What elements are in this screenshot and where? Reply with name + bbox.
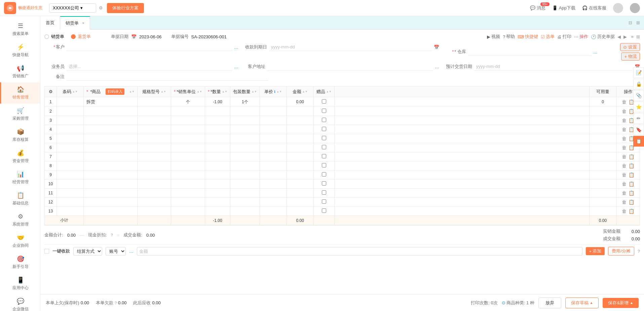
list-view-icon[interactable]: ≡ (631, 34, 634, 39)
copy-row-icon[interactable]: 📋 (629, 199, 634, 205)
row-gift[interactable] (313, 134, 334, 143)
row-price[interactable] (260, 143, 287, 152)
shortcut-btn[interactable]: ⌨ 快捷键 (518, 34, 538, 40)
row-product[interactable] (84, 143, 138, 152)
delete-row-icon[interactable]: 🗑 (622, 118, 627, 123)
row-gift[interactable] (313, 116, 334, 125)
customer-input[interactable] (67, 43, 232, 51)
product-input[interactable] (86, 163, 135, 168)
product-input[interactable] (86, 154, 135, 159)
expected-date-input[interactable] (474, 63, 633, 71)
gift-checkbox[interactable] (322, 136, 326, 140)
fixed-btn-6[interactable]: 🔖 (633, 124, 644, 135)
fixed-btn-7[interactable]: 📋 (633, 136, 644, 147)
row-price[interactable] (260, 198, 287, 207)
row-unit[interactable] (171, 207, 205, 216)
row-product[interactable] (84, 134, 138, 143)
sidebar-item-enterprise[interactable]: 🤝 企业协同 (0, 231, 40, 252)
save-draft-button[interactable]: 保存草稿 ▲ (565, 298, 599, 308)
row-spec[interactable] (138, 116, 171, 125)
customer-ellipsis[interactable]: … (234, 45, 238, 50)
sidebar-item-system[interactable]: ⚙ 系统管理 (0, 209, 40, 231)
gift-checkbox[interactable] (322, 208, 326, 213)
barcode-input[interactable] (60, 118, 81, 123)
delete-row-icon[interactable]: 🗑 (622, 172, 627, 178)
row-qty[interactable] (205, 198, 230, 207)
product-input[interactable] (86, 172, 135, 178)
row-amount[interactable] (287, 152, 313, 161)
row-spec[interactable] (138, 152, 171, 161)
row-unit[interactable] (171, 161, 205, 170)
spec-input[interactable] (140, 118, 168, 123)
row-pkgqty[interactable] (230, 116, 260, 125)
row-pkgqty[interactable] (230, 152, 260, 161)
sidebar-item-inventory[interactable]: 📦 库存核算 (0, 125, 40, 146)
row-spec[interactable] (138, 125, 171, 134)
sidebar-item-marketing[interactable]: 📢 营销推广 (0, 61, 40, 82)
row-pkgqty[interactable] (230, 180, 260, 189)
row-pkgqty[interactable] (230, 125, 260, 134)
row-qty[interactable] (205, 143, 230, 152)
row-product[interactable] (84, 207, 138, 216)
layout-table-icon[interactable]: ⊞ (636, 20, 640, 25)
delete-row-icon[interactable]: 🗑 (622, 208, 627, 214)
fixed-btn-1[interactable]: 📝 (633, 67, 644, 78)
gift-checkbox[interactable] (322, 172, 326, 177)
row-unit[interactable] (171, 152, 205, 161)
gift-checkbox[interactable] (322, 145, 326, 149)
sidebar-item-basics[interactable]: 📋 基础信息 (0, 188, 40, 209)
scan-btn[interactable]: 扫码录入 (106, 88, 124, 95)
fee-btn[interactable]: 费用/分摊 (608, 247, 634, 256)
operate-btn[interactable]: ⋯ 操作 (574, 34, 588, 40)
row-unit[interactable] (171, 143, 205, 152)
row-qty[interactable] (205, 116, 230, 125)
th-settings[interactable]: ⚙ (45, 86, 57, 97)
row-barcode[interactable] (57, 170, 84, 180)
copy-row-icon[interactable]: 📋 (629, 208, 634, 214)
salesperson-input[interactable] (67, 63, 232, 71)
row-gift[interactable] (313, 189, 334, 198)
barcode-input[interactable] (60, 154, 81, 159)
delete-row-icon[interactable]: 🗑 (622, 145, 627, 150)
gift-checkbox[interactable] (322, 154, 326, 158)
row-pkgqty[interactable] (230, 134, 260, 143)
row-spec[interactable] (138, 189, 171, 198)
messages-item[interactable]: 💬 消息 99+ (530, 5, 545, 11)
barcode-input[interactable] (60, 209, 81, 214)
calendar-collection-icon[interactable]: 📅 (434, 45, 439, 50)
settings-btn[interactable]: ⊙ 设置 (620, 43, 640, 51)
price-info-icon[interactable]: ℹ (274, 90, 275, 93)
one-click-checkbox[interactable] (44, 249, 49, 254)
delete-row-icon[interactable]: 🗑 (622, 136, 627, 141)
row-gift[interactable] (313, 198, 334, 207)
row-barcode[interactable] (57, 161, 84, 170)
row-barcode[interactable] (57, 116, 84, 125)
row-price[interactable] (260, 152, 287, 161)
barcode-input[interactable] (60, 127, 81, 132)
copy-row-icon[interactable]: 📋 (629, 163, 634, 168)
warehouse-input[interactable]: 建材仓 (468, 48, 591, 56)
delete-row-icon[interactable]: 🗑 (622, 199, 627, 205)
row-product[interactable] (84, 180, 138, 189)
payment-ellipsis[interactable]: … (129, 249, 134, 254)
product-input[interactable] (86, 109, 135, 114)
row-qty[interactable] (205, 134, 230, 143)
row-gift[interactable] (313, 170, 334, 180)
product-input[interactable] (86, 191, 135, 196)
row-qty[interactable] (205, 207, 230, 216)
copy-row-icon[interactable]: 📋 (629, 172, 634, 178)
row-price[interactable] (260, 116, 287, 125)
payment-method-select[interactable]: 结算方式 (73, 247, 102, 256)
row-pkgqty[interactable] (230, 161, 260, 170)
row-price[interactable] (260, 97, 287, 107)
spec-input[interactable] (140, 100, 168, 105)
row-gift[interactable] (313, 107, 334, 116)
row-price[interactable] (260, 107, 287, 116)
row-price[interactable] (260, 161, 287, 170)
row-unit[interactable]: 个 (171, 97, 205, 107)
gift-checkbox[interactable] (322, 127, 326, 131)
row-gift[interactable] (313, 161, 334, 170)
row-product[interactable] (84, 107, 138, 116)
row-barcode[interactable] (57, 143, 84, 152)
spec-input[interactable] (140, 163, 168, 168)
